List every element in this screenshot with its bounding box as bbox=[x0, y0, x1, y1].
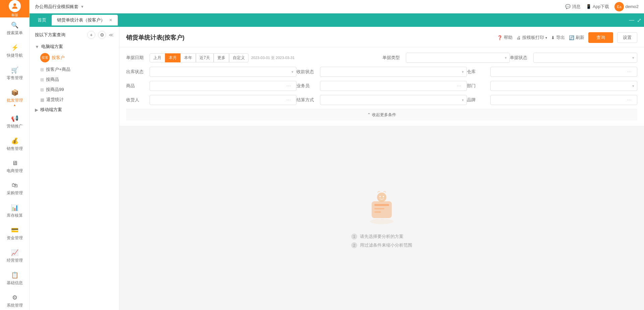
sidebar-item-ecommerce[interactable]: 🖥 电商管理 bbox=[0, 156, 30, 178]
receipt-status-input[interactable]: ▾ bbox=[320, 67, 467, 77]
tab-close-btn[interactable]: ✕ bbox=[109, 18, 112, 22]
message-btn[interactable]: 💬 消息 bbox=[565, 4, 581, 10]
search-icon: 🔍 bbox=[11, 21, 18, 29]
svg-point-0 bbox=[13, 3, 16, 6]
tree-item-by-customer-label: 按客户 bbox=[52, 55, 65, 61]
sidebar-item-finance[interactable]: 💳 资金管理 bbox=[0, 222, 30, 245]
add-scheme-btn[interactable]: + bbox=[87, 31, 95, 39]
warehouse-dots[interactable]: ··· bbox=[625, 69, 634, 75]
breadcrumb-arrow[interactable]: ▾ bbox=[81, 4, 84, 9]
sidebar-item-operations[interactable]: 📈 经营管理 bbox=[0, 245, 30, 267]
date-btn-current-year[interactable]: 本年 bbox=[180, 53, 196, 62]
recipient-dots[interactable]: ··· bbox=[284, 97, 293, 103]
sidebar-item-retail[interactable]: 🛒 零售管理 bbox=[0, 62, 30, 85]
sidebar-item-sales[interactable]: 💰 销售管理 bbox=[0, 133, 30, 156]
sidebar-item-search[interactable]: 🔍 搜索菜单 bbox=[0, 17, 30, 40]
tree-item-by-product-99-label: 按商品99 bbox=[46, 87, 64, 93]
right-panel: 销货单统计表(按客户) ❓ 帮助 🖨 按模板打印 ▾ ⬇ 导出 bbox=[119, 27, 644, 310]
left-panel-header: 按以下方案查询 + ⚙ ≪ bbox=[30, 27, 119, 42]
sidebar-item-label: 基础信息 bbox=[7, 280, 23, 286]
svg-rect-4 bbox=[374, 208, 384, 209]
brand-input[interactable]: ··· bbox=[490, 95, 637, 105]
tree-group-mobile[interactable]: ▶ 移动端方案 bbox=[30, 105, 119, 114]
template-print-btn[interactable]: 🖨 按模板打印 ▾ bbox=[517, 35, 547, 41]
tree-item-by-customer-product-label: 按客户+商品 bbox=[46, 66, 70, 72]
filter-item-settlement: 结算方式 ▾ bbox=[297, 95, 467, 105]
department-label: 部门 bbox=[467, 83, 490, 89]
settlement-input[interactable]: ▾ bbox=[320, 95, 467, 105]
tree-item-by-product-99[interactable]: ⊞ 按商品99 bbox=[35, 85, 119, 95]
left-panel-actions: + ⚙ ≪ bbox=[87, 31, 114, 39]
tree-item-by-customer[interactable]: 按客 按客户 bbox=[35, 51, 119, 64]
sidebar-item-label: 系统管理 bbox=[7, 303, 23, 308]
product-input[interactable]: ··· bbox=[150, 81, 297, 91]
svg-rect-5 bbox=[374, 211, 381, 213]
export-btn[interactable]: ⬇ 导出 bbox=[551, 35, 565, 41]
settings-button[interactable]: 设置 bbox=[617, 32, 637, 43]
tab-maximize-btn[interactable]: ⤢ bbox=[637, 17, 641, 23]
filter-item-product: 商品 ··· bbox=[126, 81, 297, 91]
sidebar-item-base-info[interactable]: 📋 基础信息 bbox=[0, 267, 30, 290]
refresh-label: 刷新 bbox=[576, 35, 584, 41]
message-label: 消息 bbox=[572, 4, 581, 10]
app-download-btn[interactable]: 📱 App下载 bbox=[586, 4, 609, 10]
tab-sales-stats[interactable]: 销货单统计表（按客户） ✕ bbox=[52, 15, 118, 25]
date-btn-last-7-days[interactable]: 近7天 bbox=[196, 53, 214, 62]
filter-item-out-status: 出库状态 ▾ bbox=[126, 67, 297, 77]
settings-scheme-btn[interactable]: ⚙ bbox=[98, 31, 106, 39]
tree-item-return-stats[interactable]: ▦ 退货统计 bbox=[35, 95, 119, 105]
empty-illustration bbox=[362, 188, 402, 228]
help-label: 帮助 bbox=[504, 35, 513, 41]
salesperson-dots[interactable]: ··· bbox=[454, 83, 464, 89]
date-btn-current-month[interactable]: 本月 bbox=[165, 53, 180, 62]
product-dots[interactable]: ··· bbox=[284, 83, 293, 89]
recipient-label: 收货人 bbox=[126, 97, 150, 103]
breadcrumb-text: 办公用品行业模拟账套 bbox=[35, 4, 78, 10]
date-btn-more[interactable]: 更多 bbox=[214, 53, 229, 62]
help-btn[interactable]: ❓ 帮助 bbox=[497, 35, 513, 41]
date-btn-last-month[interactable]: 上月 bbox=[150, 53, 165, 62]
out-status-input[interactable]: ▾ bbox=[150, 67, 297, 77]
collapse-label: 收起更多条件 bbox=[372, 112, 396, 117]
sidebar-item-wholesale[interactable]: 📦 批发管理 ▲ bbox=[0, 85, 30, 111]
app-download-icon: 📱 bbox=[586, 4, 591, 9]
recipient-input[interactable]: ··· bbox=[150, 95, 297, 105]
tree-item-by-product[interactable]: ⊞ 按商品 bbox=[35, 74, 119, 85]
active-scheme-indicator: 按客 bbox=[40, 53, 50, 62]
page-header-actions: ❓ 帮助 🖨 按模板打印 ▾ ⬇ 导出 🔄 刷新 bbox=[497, 32, 637, 43]
tip-num-2: 2 bbox=[351, 242, 357, 248]
tab-minimize-btn[interactable]: — bbox=[629, 17, 634, 23]
sidebar-item-inventory[interactable]: 📊 库存核算 bbox=[0, 200, 30, 222]
sidebar-item-purchase[interactable]: 🛍 采购管理 bbox=[0, 178, 30, 200]
refresh-btn[interactable]: 🔄 刷新 bbox=[569, 35, 584, 41]
collapse-panel-btn[interactable]: ≪ bbox=[109, 32, 114, 38]
filter-row-1: 单据日期 上月 本月 本年 近7天 更多 自定义 2023-03-01 至 20… bbox=[126, 53, 637, 63]
date-btn-custom[interactable]: 自定义 bbox=[229, 53, 249, 62]
content-wrapper: 按以下方案查询 + ⚙ ≪ ▼ 电脑端方案 按客 按客户 bbox=[30, 27, 644, 310]
warehouse-input[interactable]: ··· bbox=[490, 67, 637, 77]
page-title: 销货单统计表(按客户) bbox=[126, 34, 184, 42]
sidebar-item-quick-nav[interactable]: ⚡ 快捷导航 bbox=[0, 40, 30, 62]
department-input[interactable]: ▾ bbox=[490, 81, 637, 91]
print-arrow: ▾ bbox=[545, 36, 547, 40]
doc-type-input[interactable]: ▾ bbox=[406, 53, 510, 63]
salesperson-input[interactable]: ··· bbox=[320, 81, 467, 91]
sales-icon: 💰 bbox=[11, 137, 18, 145]
brand-dots[interactable]: ··· bbox=[625, 97, 634, 103]
date-filter: 上月 本月 本年 近7天 更多 自定义 bbox=[150, 53, 249, 62]
tree-item-by-customer-product[interactable]: ⊞ 按客户+商品 bbox=[35, 64, 119, 74]
doc-status-label: 单据状态 bbox=[510, 55, 533, 61]
query-button[interactable]: 查询 bbox=[588, 32, 613, 43]
date-label: 单据日期 bbox=[126, 55, 150, 61]
brand-label: 品牌 bbox=[467, 97, 490, 103]
tree-group-desktop[interactable]: ▼ 电脑端方案 bbox=[30, 42, 119, 51]
out-status-arrow: ▾ bbox=[291, 70, 293, 74]
sidebar-item-marketing[interactable]: 📢 营销推广 bbox=[0, 111, 30, 133]
svg-point-1 bbox=[370, 219, 393, 224]
sidebar-item-system[interactable]: ⚙ 系统管理 bbox=[0, 290, 30, 310]
doc-status-input[interactable]: ▾ bbox=[533, 53, 637, 63]
retail-icon: 🛒 bbox=[11, 66, 18, 74]
tab-home[interactable]: 首页 bbox=[32, 15, 52, 25]
collapse-more-section[interactable]: ⌃ 收起更多条件 bbox=[126, 109, 637, 120]
user-profile[interactable]: Ea demo2 bbox=[614, 2, 639, 11]
